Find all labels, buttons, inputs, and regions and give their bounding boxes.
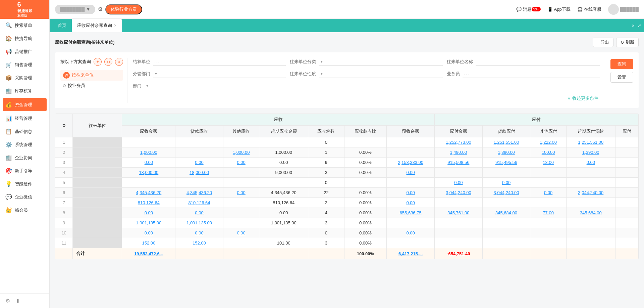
filter-option-salesperson[interactable]: 按业务员	[60, 81, 123, 91]
row-receivable-amount[interactable]: 0.00	[122, 158, 175, 168]
tab-home[interactable]: 首页	[52, 19, 72, 32]
col-settings[interactable]: ⚙	[55, 114, 73, 137]
query-button[interactable]: 查询	[610, 59, 633, 69]
row-loan-payable[interactable]: 0.00	[482, 178, 530, 188]
row-receivable-amount[interactable]: 4,345,436.20	[122, 188, 175, 198]
sidebar-item-search[interactable]: 🔍 搜索菜单	[0, 19, 49, 32]
row-receivable-amount[interactable]: 1,000.00	[122, 147, 175, 158]
row-advance-balance[interactable]: 655,636.75	[387, 208, 435, 218]
row-loan-payable	[482, 228, 530, 238]
sidebar-item-quick-nav[interactable]: 🏠 快捷导航	[0, 32, 49, 45]
trial-button[interactable]: 体验行业方案	[105, 4, 142, 14]
row-loan-receivable[interactable]: 4,345,436.20	[175, 188, 223, 198]
row-other-payable[interactable]: 1,222.00	[530, 137, 567, 147]
unit-nature-input[interactable]: ▼	[319, 70, 443, 78]
sidebar-item-operations[interactable]: 📊 经营管理	[0, 112, 49, 125]
sidebar-item-beginner[interactable]: 🎯 新手引导	[0, 164, 49, 177]
sidebar-item-system[interactable]: ⚙️ 系统管理	[0, 138, 49, 151]
filter-collapse-button[interactable]: «	[115, 58, 123, 66]
row-other-receivable[interactable]: 0.00	[223, 228, 259, 238]
filter-add-button[interactable]: +	[94, 58, 102, 66]
messages-button[interactable]: 💬 消息 99+	[516, 6, 541, 12]
row-other-receivable[interactable]: 0.00	[223, 158, 259, 168]
collapse-icon[interactable]: ⏸	[15, 298, 21, 304]
row-loan-payable[interactable]: 1,390.00	[482, 147, 530, 158]
department-input[interactable]: ▼	[153, 70, 286, 78]
dept-input[interactable]: ▼	[144, 82, 286, 90]
row-advance-balance[interactable]: 0.00	[387, 228, 435, 238]
row-receivable-amount[interactable]: 810,126.64	[122, 198, 175, 208]
row-receivable-amount[interactable]: 1,001,135.00	[122, 218, 175, 228]
row-loan-receivable[interactable]: 152.00	[175, 238, 223, 248]
filter-option-unit[interactable]: W 按往来单位	[60, 70, 123, 81]
row-overdue-payable[interactable]: 1,251,551.00	[566, 137, 615, 147]
row-receivable-amount[interactable]: 0.00	[122, 228, 175, 238]
row-loan-receivable[interactable]: 0.00	[175, 228, 223, 238]
row-payable-amount[interactable]: 1,252,773.00	[434, 137, 482, 147]
row-other-payable[interactable]: 13.00	[530, 158, 567, 168]
sidebar-item-basic-info[interactable]: 📋 基础信息	[0, 125, 49, 138]
sidebar-item-purchase[interactable]: 📦 采购管理	[0, 71, 49, 84]
row-loan-payable[interactable]: 915,495.56	[482, 158, 530, 168]
row-loan-payable[interactable]: 1,251,551.00	[482, 137, 530, 147]
header-gear-icon[interactable]: ⚙	[98, 6, 103, 12]
row-payable-amount[interactable]: 345,761.00	[434, 208, 482, 218]
sidebar-item-smart-hardware[interactable]: 💡 智能硬件	[0, 177, 49, 190]
online-service-button[interactable]: 🎧 在线客服	[577, 6, 601, 12]
settings-gear-icon[interactable]: ⚙	[5, 298, 10, 304]
settlement-unit-input[interactable]: ···	[153, 58, 286, 66]
filter-options-button[interactable]: ⊙	[104, 58, 112, 66]
unit-name-input[interactable]	[476, 58, 600, 66]
org-selector[interactable]: ████████ ▼	[55, 5, 95, 14]
row-payable-amount[interactable]: 1,490.00	[434, 147, 482, 158]
row-advance-balance[interactable]: 2,153,333.00	[387, 158, 435, 168]
row-loan-receivable[interactable]: 18,000.00	[175, 168, 223, 178]
collapse-more-button[interactable]: ∧ 收起更多条件	[566, 94, 600, 103]
settings-button[interactable]: 设置	[610, 72, 633, 83]
row-receivable-ratio: 0.00%	[344, 168, 387, 178]
row-receivable-amount[interactable]: 152.00	[122, 238, 175, 248]
salesperson-input[interactable]: ···	[463, 70, 600, 78]
row-loan-receivable[interactable]: 1,001,135.00	[175, 218, 223, 228]
sidebar-item-member[interactable]: 👑 畅会员	[0, 204, 49, 217]
app-download-button[interactable]: 📱 App下载	[547, 6, 571, 12]
row-advance-balance[interactable]: 0.00	[387, 168, 435, 178]
row-other-receivable[interactable]: 1,000.00	[223, 147, 259, 158]
row-loan-receivable[interactable]: 810,126.64	[175, 198, 223, 208]
row-loan-receivable[interactable]: 0.00	[175, 158, 223, 168]
row-payable-amount[interactable]: 3,044,240.00	[434, 188, 482, 198]
row-receivable-amount[interactable]: 18,000.00	[122, 168, 175, 178]
row-loan-receivable[interactable]: 0.00	[175, 208, 223, 218]
sidebar-item-sales[interactable]: 🛒 销售管理	[0, 58, 49, 71]
row-loan-payable[interactable]: 345,684.00	[482, 208, 530, 218]
row-other-payable[interactable]: 100.00	[530, 147, 567, 158]
total-advance-balance[interactable]: 6,417,215....	[387, 248, 435, 259]
row-other-payable[interactable]: 77.00	[530, 208, 567, 218]
row-payable-amount[interactable]: 0.00	[434, 178, 482, 188]
row-overdue-payable[interactable]: 3,044,240.00	[566, 188, 615, 198]
user-profile[interactable]: ██████	[608, 4, 639, 15]
tab-receivable-query[interactable]: 应收应付余额查询 ×	[72, 19, 122, 32]
row-loan-payable[interactable]: 3,044,240.00	[482, 188, 530, 198]
row-overdue-payable[interactable]: 345,684.00	[566, 208, 615, 218]
sidebar-item-wechat[interactable]: 💬 企业微信	[0, 190, 49, 204]
total-receivable-amount[interactable]: 19,553,472,6...	[122, 248, 175, 259]
export-button[interactable]: ↑ 导出	[593, 38, 614, 47]
unit-category-input[interactable]: ▼	[319, 58, 443, 66]
row-overdue-payable[interactable]: 0.00	[566, 158, 615, 168]
row-receivable-amount[interactable]: 0.00	[122, 208, 175, 218]
row-overdue-payable[interactable]: 1,390.00	[566, 147, 615, 158]
sidebar-item-marketing[interactable]: 📢 营销推广	[0, 45, 49, 58]
refresh-button[interactable]: ↻ 刷新	[616, 38, 639, 47]
row-advance-balance[interactable]: 0.00	[387, 198, 435, 208]
sidebar-item-enterprise[interactable]: 🏢 企业协同	[0, 151, 49, 164]
row-payable-amount[interactable]: 915,508.56	[434, 158, 482, 168]
tab-close-icon[interactable]: ×	[114, 23, 116, 28]
row-advance-balance[interactable]: 0.00	[387, 188, 435, 198]
row-other-receivable[interactable]: 0.00	[223, 188, 259, 198]
sidebar-item-inventory[interactable]: 🏢 库存核算	[0, 84, 49, 97]
tab-expand-icon[interactable]: ⤢	[638, 23, 641, 28]
row-other-payable[interactable]: 0.00	[530, 188, 567, 198]
tab-close-all-icon[interactable]: ✕	[631, 23, 635, 28]
sidebar-item-finance[interactable]: 💰 资金管理	[3, 98, 47, 111]
